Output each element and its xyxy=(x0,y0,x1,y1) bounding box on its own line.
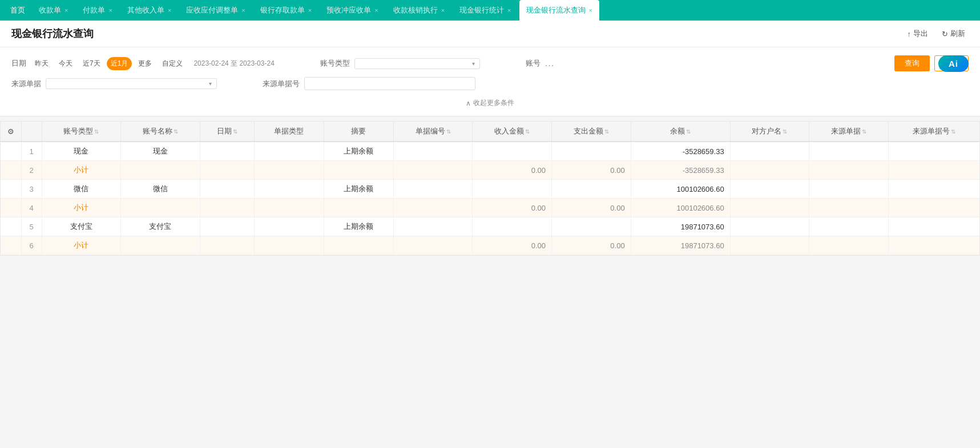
nav-tab-收款单[interactable]: 收款单× xyxy=(32,0,75,21)
col-label-doc_no: 单据编号 xyxy=(416,127,445,135)
date-shortcut-今天[interactable]: 今天 xyxy=(55,57,76,70)
date-shortcut-近1月[interactable]: 近1月 xyxy=(107,57,132,70)
nav-tab-close[interactable]: × xyxy=(441,7,445,14)
export-button[interactable]: ↑ 导出 xyxy=(904,26,932,41)
nav-tab-close[interactable]: × xyxy=(374,7,378,14)
cell-index: 6 xyxy=(21,236,42,255)
col-header-counterpart[interactable]: 对方户名⇅ xyxy=(730,122,809,142)
nav-tab-close[interactable]: × xyxy=(308,7,312,14)
account-filter: 账号 ... xyxy=(526,58,554,68)
account-type-arrow: ▾ xyxy=(472,60,475,67)
cell-income: 0.00 xyxy=(473,161,552,180)
source-doc-no-label: 来源单据号 xyxy=(263,79,300,89)
cell-expense xyxy=(552,142,631,161)
col-header-expense[interactable]: 支出金额⇅ xyxy=(552,122,631,142)
sort-icon-balance: ⇅ xyxy=(686,128,691,135)
col-header-income[interactable]: 收入金额⇅ xyxy=(473,122,552,142)
nav-tab-现金银行流水查询[interactable]: 现金银行流水查询× xyxy=(519,0,599,21)
cell-income: 0.00 xyxy=(473,236,552,255)
date-label: 日期 xyxy=(11,58,26,68)
col-header-gear: ⚙ xyxy=(1,122,21,142)
cell-balance: -3528659.33 xyxy=(631,161,730,180)
query-button[interactable]: 查询 xyxy=(894,55,930,71)
col-header-account_name[interactable]: 账号名称⇅ xyxy=(121,122,200,142)
cell-date xyxy=(200,236,254,255)
cell-source_doc xyxy=(809,180,889,199)
nav-tab-预收冲应收单[interactable]: 预收冲应收单× xyxy=(320,0,385,21)
date-shortcut-自定义[interactable]: 自定义 xyxy=(158,57,187,70)
cell-source_doc xyxy=(809,236,889,255)
date-shortcut-昨天[interactable]: 昨天 xyxy=(31,57,53,70)
cell-summary xyxy=(324,236,393,255)
nav-tab-应收应付调整单[interactable]: 应收应付调整单× xyxy=(179,0,252,21)
nav-tab-close[interactable]: × xyxy=(108,7,112,14)
cell-expense: 0.00 xyxy=(552,161,631,180)
nav-tab-close[interactable]: × xyxy=(241,7,245,14)
nav-home[interactable]: 首页 xyxy=(5,5,31,15)
nav-tab-收款核销执行[interactable]: 收款核销执行× xyxy=(386,0,451,21)
cell-balance: 19871073.60 xyxy=(631,217,730,236)
nav-tab-现金银行统计[interactable]: 现金银行统计× xyxy=(453,0,518,21)
date-filter: 日期 昨天今天近7天近1月更多自定义 2023-02-24 至 2023-03-… xyxy=(11,57,275,70)
date-shortcut-更多[interactable]: 更多 xyxy=(134,57,156,70)
ai-button[interactable]: Ai xyxy=(938,55,969,72)
cell-gear xyxy=(1,236,21,255)
col-label-source_doc_no: 来源单据号 xyxy=(913,127,950,135)
col-label-account_type: 账号类型 xyxy=(63,127,93,135)
cell-doc_type xyxy=(254,199,324,217)
cell-balance: 100102606.60 xyxy=(631,199,730,217)
sort-icon-expense: ⇅ xyxy=(604,128,609,135)
cell-source_doc_no xyxy=(888,236,979,255)
header-actions: ↑ 导出 ↻ 刷新 xyxy=(904,26,969,41)
cell-summary: 上期余额 xyxy=(324,217,393,236)
nav-tab-付款单[interactable]: 付款单× xyxy=(76,0,119,21)
col-label-income: 收入金额 xyxy=(494,127,524,135)
data-table: ⚙账号类型⇅账号名称⇅日期⇅单据类型摘要单据编号⇅收入金额⇅支出金额⇅余额⇅对方… xyxy=(1,122,979,255)
sort-icon-date: ⇅ xyxy=(233,128,237,135)
cell-doc_type xyxy=(254,217,324,236)
nav-tab-银行存取款单[interactable]: 银行存取款单× xyxy=(253,0,318,21)
cell-summary xyxy=(324,199,393,217)
cell-source_doc xyxy=(809,161,889,180)
export-icon: ↑ xyxy=(908,30,912,38)
account-ellipsis[interactable]: ... xyxy=(545,58,554,68)
col-label-counterpart: 对方户名 xyxy=(752,127,781,135)
account-type-filter: 账号类型 ▾ xyxy=(320,58,480,69)
nav-tab-close[interactable]: × xyxy=(507,7,511,14)
cell-index: 2 xyxy=(21,161,42,180)
cell-date xyxy=(200,180,254,199)
nav-tab-close[interactable]: × xyxy=(589,7,592,14)
cell-doc_no xyxy=(393,217,473,236)
cell-account_type: 小计 xyxy=(42,236,121,255)
col-header-date[interactable]: 日期⇅ xyxy=(200,122,254,142)
cell-counterpart xyxy=(730,161,809,180)
cell-index: 3 xyxy=(21,180,42,199)
cell-account_type: 小计 xyxy=(42,199,121,217)
cell-date xyxy=(200,217,254,236)
cell-account_type: 现金 xyxy=(42,142,121,161)
collapse-bar[interactable]: ∧ 收起更多条件 xyxy=(11,96,969,110)
col-header-source_doc[interactable]: 来源单据⇅ xyxy=(809,122,889,142)
nav-tab-close[interactable]: × xyxy=(168,7,171,14)
source-doc-select[interactable]: ▾ xyxy=(46,78,217,89)
sort-icon-account_name: ⇅ xyxy=(174,128,178,135)
cell-account_name: 微信 xyxy=(121,180,200,199)
col-header-account_type[interactable]: 账号类型⇅ xyxy=(42,122,121,142)
col-header-balance[interactable]: 余额⇅ xyxy=(631,122,730,142)
source-doc-label: 来源单据 xyxy=(11,79,41,89)
account-type-label: 账号类型 xyxy=(320,58,350,68)
col-header-doc_no[interactable]: 单据编号⇅ xyxy=(393,122,473,142)
cell-gear xyxy=(1,199,21,217)
cell-expense: 0.00 xyxy=(552,199,631,217)
nav-tab-label: 收款核销执行 xyxy=(393,5,438,15)
cell-source_doc_no xyxy=(888,161,979,180)
cell-income xyxy=(473,142,552,161)
nav-tab-close[interactable]: × xyxy=(64,7,68,14)
date-shortcut-近7天[interactable]: 近7天 xyxy=(79,57,104,70)
account-type-select[interactable]: ▾ xyxy=(354,58,480,69)
source-doc-no-input[interactable] xyxy=(304,77,475,90)
col-header-source_doc_no[interactable]: 来源单据号⇅ xyxy=(888,122,979,142)
cell-expense xyxy=(552,217,631,236)
refresh-button[interactable]: ↻ 刷新 xyxy=(938,26,969,41)
nav-tab-其他收入单[interactable]: 其他收入单× xyxy=(120,0,178,21)
